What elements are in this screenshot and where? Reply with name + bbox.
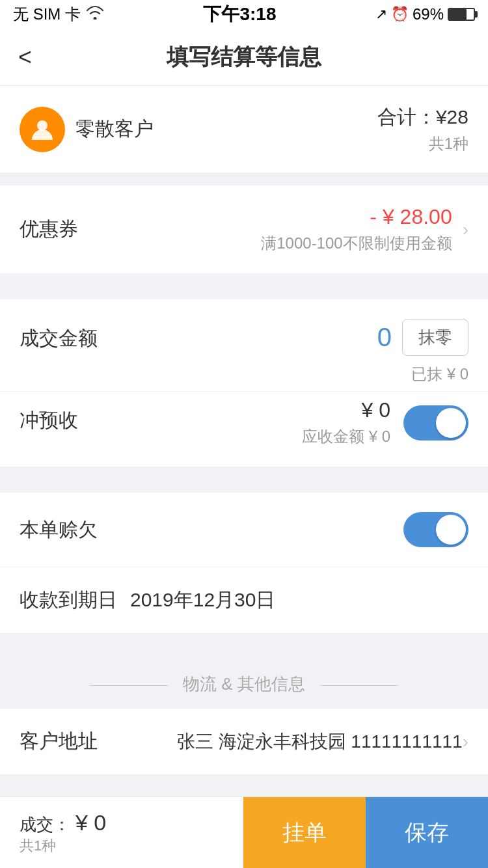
battery-percent: 69%: [413, 5, 444, 23]
customer-avatar: [20, 107, 65, 152]
bottom-deal-count: 共1种: [20, 836, 224, 856]
coupon-condition: 满1000-100不限制使用金额: [261, 233, 452, 254]
logistics-label: 物流 & 其他信息: [183, 674, 305, 694]
customer-total: 合计：¥28: [377, 104, 468, 131]
alarm-icon: ⏰: [391, 6, 409, 23]
logistics-separator: 物流 & 其他信息: [0, 660, 488, 709]
prepayment-row: 冲预收 ¥ 0 应收金额 ¥ 0: [0, 392, 488, 467]
section-divider-3: [0, 647, 488, 660]
status-left: 无 SIM 卡: [13, 4, 104, 25]
coupon-discount: - ¥ 28.00: [261, 205, 452, 229]
credit-label: 本单赊欠: [20, 517, 98, 543]
section-divider-1: [0, 286, 488, 299]
coupon-right: - ¥ 28.00 满1000-100不限制使用金额 ›: [261, 205, 468, 254]
status-time: 下午3:18: [203, 2, 276, 27]
address-value: 张三 海淀永丰科技园 11111111111: [111, 729, 463, 754]
prepayment-label: 冲预收: [20, 398, 78, 434]
prepayment-right: ¥ 0 应收金额 ¥ 0: [302, 398, 468, 447]
customer-right: 合计：¥28 共1种: [377, 104, 468, 154]
credit-right: [403, 512, 468, 547]
content: 零散客户 合计：¥28 共1种 优惠券 - ¥ 28.00 满1000-100不…: [0, 86, 488, 868]
svg-point-0: [37, 120, 47, 131]
bottom-bar: 成交： ¥ 0 共1种 挂单 保存: [0, 796, 488, 868]
customer-section: 零散客户 合计：¥28 共1种: [0, 86, 488, 172]
chevron-right-icon: ›: [463, 219, 468, 240]
address-row[interactable]: 客户地址 张三 海淀永丰科技园 11111111111 ›: [0, 709, 488, 774]
customer-left: 零散客户: [20, 107, 154, 152]
deal-amount-row: 成交金额 0 抹零 已抹 ¥ 0: [0, 299, 488, 392]
address-chevron-icon: ›: [463, 731, 468, 752]
customer-count: 共1种: [377, 133, 468, 154]
location-icon: ↗: [375, 6, 387, 23]
prepayment-value: ¥ 0: [302, 398, 390, 422]
bottom-deal-info: 成交： ¥ 0 共1种: [0, 810, 243, 856]
carrier-label: 无 SIM 卡: [13, 4, 81, 25]
prepayment-sub: 应收金额 ¥ 0: [302, 426, 390, 447]
wifi-icon: [86, 5, 104, 23]
bottom-deal-amount: ¥ 0: [75, 810, 106, 835]
coupon-label: 优惠券: [20, 216, 78, 243]
battery-icon: [448, 8, 475, 21]
credit-section: 本单赊欠 收款到期日 2019年12月30日: [0, 493, 488, 634]
due-date-label: 收款到期日: [20, 587, 117, 614]
address-section: 客户地址 张三 海淀永丰科技园 11111111111 ›: [0, 709, 488, 774]
deal-amount-value[interactable]: 0: [377, 323, 392, 352]
due-date-row: 收款到期日 2019年12月30日: [0, 567, 488, 634]
status-bar: 无 SIM 卡 下午3:18 ↗ ⏰ 69%: [0, 0, 488, 29]
coupon-row[interactable]: 优惠券 - ¥ 28.00 满1000-100不限制使用金额 ›: [0, 185, 488, 273]
back-button[interactable]: <: [18, 44, 32, 71]
deal-amount-label: 成交金额: [20, 319, 98, 352]
coupon-section: 优惠券 - ¥ 28.00 满1000-100不限制使用金额 ›: [0, 185, 488, 273]
address-label: 客户地址: [20, 728, 98, 755]
credit-row: 本单赊欠: [0, 493, 488, 567]
status-right: ↗ ⏰ 69%: [375, 5, 475, 23]
deal-already-rounded: 已抹 ¥ 0: [411, 364, 468, 385]
page-title: 填写结算等信息: [167, 42, 321, 72]
customer-name: 零散客户: [75, 116, 154, 142]
due-date-value[interactable]: 2019年12月30日: [130, 587, 275, 614]
section-divider-2: [0, 480, 488, 493]
save-button[interactable]: 保存: [366, 797, 488, 869]
nav-bar: < 填写结算等信息: [0, 29, 488, 86]
deal-section: 成交金额 0 抹零 已抹 ¥ 0 冲预收 ¥ 0 应收金额 ¥ 0: [0, 299, 488, 467]
prepayment-toggle[interactable]: [403, 405, 468, 441]
hang-button[interactable]: 挂单: [243, 797, 366, 869]
credit-toggle[interactable]: [403, 512, 468, 547]
bottom-deal-label: 成交：: [20, 813, 70, 836]
deal-amount-right: 0 抹零 已抹 ¥ 0: [377, 319, 468, 385]
round-zero-button[interactable]: 抹零: [402, 319, 468, 356]
